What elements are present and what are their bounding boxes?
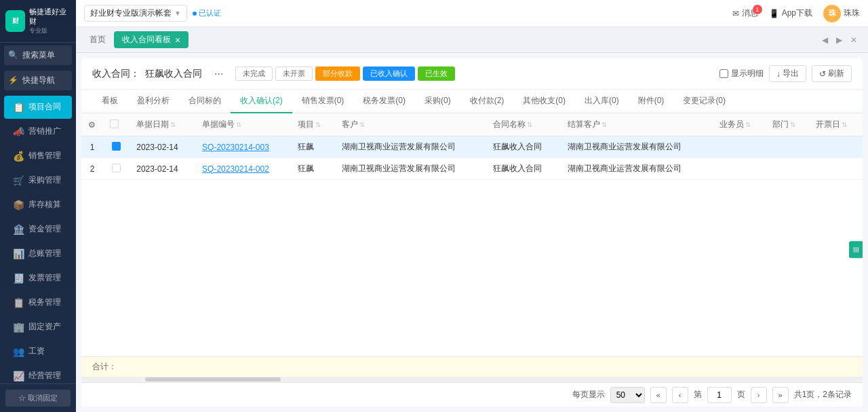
status-partial-payment[interactable]: 部分收款	[315, 67, 360, 81]
sidebar-item-sales[interactable]: 💰 销售管理	[4, 145, 72, 168]
tab-outbound[interactable]: 出入库(0)	[575, 90, 629, 113]
status-income-confirmed[interactable]: 已收入确认	[363, 67, 415, 81]
table-footer: 合计：	[81, 356, 863, 377]
row-doc-no-2[interactable]: SQ-20230214-002	[195, 158, 291, 180]
page-suffix-label: 页	[737, 389, 745, 400]
th-salesperson-label: 业务员	[719, 119, 744, 130]
page-number-input[interactable]	[707, 387, 732, 403]
active-tab-income[interactable]: 收入合同看板 ×	[114, 31, 189, 48]
tab-nav-left-icon[interactable]: ◀	[819, 34, 831, 46]
th-date-label: 单据日期	[136, 119, 169, 130]
right-float-panel[interactable]: ≡	[849, 241, 863, 258]
tab-attachment[interactable]: 附件(0)	[629, 90, 674, 113]
tab-close-icon[interactable]: ×	[175, 35, 180, 45]
th-doc-no[interactable]: 单据编号⇅	[195, 113, 291, 136]
sidebar-item-marketing[interactable]: 📣 营销推广	[4, 120, 72, 143]
show-detail-checkbox[interactable]	[719, 69, 728, 78]
content-tabs: 看板 盈利分析 合同标的 收入确认(2) 销售发票(0) 税务发票(0) 采购(…	[81, 90, 863, 113]
checkbox-2[interactable]	[112, 164, 121, 172]
horizontal-scrollbar[interactable]	[81, 377, 863, 382]
unpin-button[interactable]: ☆ 取消固定	[5, 390, 71, 407]
tabbar: 首页 收入合同看板 × ◀ ▶ ✕	[76, 27, 868, 53]
doc-no-link-2[interactable]: SQ-20230214-002	[202, 164, 269, 174]
th-open-date[interactable]: 开票日⇅	[809, 113, 863, 136]
tab-purchase[interactable]: 采购(0)	[415, 90, 460, 113]
row-salesperson-2	[713, 158, 766, 180]
company-selector[interactable]: 好业财专业版演示帐套 ▼	[84, 5, 187, 22]
app-download-button[interactable]: 📱 App下载	[769, 7, 812, 19]
message-button[interactable]: ✉ 消息 1	[732, 7, 758, 19]
first-page-button[interactable]: «	[650, 387, 667, 403]
sidebar-item-inventory[interactable]: 📦 库存核算	[4, 193, 72, 217]
quick-nav-button[interactable]: ⚡ 快捷导航	[4, 71, 72, 90]
row-settlement-1: 湖南卫视商业运营发展有限公司	[561, 136, 713, 158]
funds-icon: 🏦	[12, 223, 24, 236]
tab-change-log[interactable]: 变更记录(0)	[673, 90, 735, 113]
tab-kanban[interactable]: 看板	[92, 90, 127, 113]
sidebar-item-invoice[interactable]: 🧾 发票管理	[4, 267, 72, 290]
th-project[interactable]: 项目⇅	[291, 113, 334, 136]
th-date[interactable]: 单据日期⇅	[130, 113, 195, 136]
sidebar-item-assets[interactable]: 🏢 固定资产	[4, 316, 72, 339]
th-settlement-customer[interactable]: 结算客户⇅	[561, 113, 713, 136]
th-settings[interactable]: ⚙	[81, 113, 103, 136]
row-checkbox-1[interactable]	[103, 136, 130, 158]
user-menu-button[interactable]: 珠 珠珠	[823, 5, 860, 22]
row-checkbox-2[interactable]	[103, 158, 130, 180]
prev-page-button[interactable]: ‹	[672, 387, 688, 403]
th-contract-name[interactable]: 合同名称⇅	[486, 113, 560, 136]
tab-profit[interactable]: 盈利分析	[127, 90, 179, 113]
doc-no-link-1[interactable]: SQ-20230214-003	[202, 143, 269, 152]
tab-income-confirm[interactable]: 收入确认(2)	[231, 90, 292, 113]
row-date-1: 2023-02-14	[130, 136, 195, 158]
status-incomplete[interactable]: 未完成	[235, 67, 273, 81]
status-effective[interactable]: 已生效	[418, 67, 455, 81]
tab-contract-std[interactable]: 合同标的	[179, 90, 231, 113]
sidebar-item-general[interactable]: 📊 总账管理	[4, 242, 72, 265]
row-department-2	[766, 158, 809, 180]
refresh-button[interactable]: ↺ 刷新	[812, 65, 852, 82]
select-all-checkbox[interactable]	[110, 119, 119, 128]
sidebar-item-hr[interactable]: 👥 工资	[4, 340, 72, 363]
row-doc-no-1[interactable]: SQ-20230214-003	[195, 136, 291, 158]
last-page-button[interactable]: »	[772, 387, 789, 403]
per-page-select[interactable]: 50 100	[610, 387, 645, 403]
table-row: 1 2023-02-14 SQ-20230214-003 狂飙 湖南卫视商业运营…	[81, 136, 863, 158]
sort-open-date-icon: ⇅	[842, 121, 847, 128]
checkbox-1[interactable]	[112, 142, 121, 151]
sidebar-item-operations[interactable]: 📈 经营管理	[4, 364, 72, 383]
tab-sales-invoice[interactable]: 销售发票(0)	[292, 90, 354, 113]
tab-payment[interactable]: 收付款(2)	[460, 90, 514, 113]
th-settlement-customer-label: 结算客户	[568, 119, 600, 130]
tab-other-income[interactable]: 其他收支(0)	[513, 90, 575, 113]
search-icon: 🔍	[8, 50, 18, 60]
home-tab[interactable]: 首页	[84, 31, 111, 48]
show-detail-checkbox-area: 显示明细	[719, 68, 764, 79]
certified-label: 已认证	[199, 8, 221, 18]
sidebar-item-project[interactable]: 📋 项目合同	[4, 96, 72, 119]
th-salesperson[interactable]: 业务员⇅	[713, 113, 766, 136]
next-page-button[interactable]: ›	[751, 387, 767, 403]
tab-tax-invoice[interactable]: 税务发票(0)	[353, 90, 415, 113]
sidebar-item-label-operations: 经营管理	[28, 370, 61, 381]
status-no-invoice[interactable]: 未开票	[275, 67, 313, 81]
sort-department-icon: ⇅	[790, 121, 795, 128]
th-customer[interactable]: 客户⇅	[335, 113, 487, 136]
th-department[interactable]: 部门⇅	[766, 113, 809, 136]
operations-icon: 📈	[12, 370, 24, 382]
th-checkbox[interactable]	[103, 113, 130, 136]
tab-close-all-icon[interactable]: ✕	[848, 34, 860, 46]
contract-label: 收入合同：	[92, 68, 140, 80]
tab-nav-right-icon[interactable]: ▶	[833, 34, 845, 46]
avatar: 珠	[823, 5, 841, 22]
export-button[interactable]: ↓ 导出	[769, 65, 806, 82]
sales-icon: 💰	[12, 150, 24, 162]
sidebar-item-funds[interactable]: 🏦 资金管理	[4, 218, 72, 241]
more-options-button[interactable]: ···	[209, 68, 229, 80]
search-menu-button[interactable]: 🔍 搜索菜单	[4, 45, 72, 65]
logo-icon: 财	[5, 10, 25, 32]
sidebar-item-purchase[interactable]: 🛒 采购管理	[4, 169, 72, 192]
scrollbar-thumb[interactable]	[145, 377, 281, 381]
sidebar-item-tax[interactable]: 📋 税务管理	[4, 291, 72, 314]
sort-salesperson-icon: ⇅	[745, 121, 751, 128]
